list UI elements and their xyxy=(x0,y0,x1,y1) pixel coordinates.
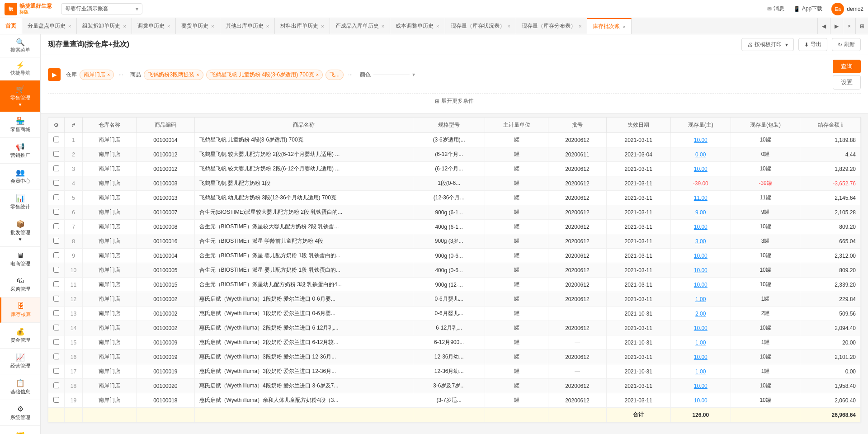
tab-product-in[interactable]: 产成品入库单历史 × xyxy=(330,18,390,34)
app-download-button[interactable]: 📱 App下载 xyxy=(793,5,822,13)
product-tag2-close[interactable]: × xyxy=(316,72,319,77)
cell-stock-main[interactable]: 2.00 xyxy=(670,307,731,321)
sidebar-quick-nav[interactable]: ⚡ 快捷导航 xyxy=(0,57,40,80)
tab-disassemble[interactable]: 组装拆卸单历史 × xyxy=(77,18,132,34)
row-checkbox[interactable] xyxy=(53,238,59,244)
tab-close-disassemble[interactable]: × xyxy=(123,24,126,29)
row-checkbox[interactable] xyxy=(53,310,59,316)
sidebar-item-inventory[interactable]: 🗄 库存核算 xyxy=(0,297,40,323)
cell-stock-main[interactable]: -39.00 xyxy=(670,176,731,191)
cell-stock-main[interactable]: 10.00 xyxy=(670,278,731,292)
row-checkbox[interactable] xyxy=(53,252,59,258)
cell-stock-main[interactable]: 11.00 xyxy=(670,191,731,205)
sidebar-item-cooperation[interactable]: 🤝 企业协同 xyxy=(0,426,40,434)
cell-stock-main[interactable]: 10.00 xyxy=(670,263,731,278)
row-checkbox[interactable] xyxy=(53,180,59,186)
tab-close-batch[interactable]: × xyxy=(623,24,625,29)
product-more-btn[interactable]: ··· xyxy=(346,71,354,78)
tab-cost-adjust[interactable]: 成本调整单历史 × xyxy=(390,18,445,34)
warehouse-tag-close[interactable]: × xyxy=(107,72,110,77)
balance-info-icon[interactable]: ℹ xyxy=(841,122,843,128)
row-checkbox[interactable] xyxy=(53,267,59,273)
sidebar-item-basic[interactable]: 📋 基础信息 xyxy=(0,374,40,400)
sidebar-search[interactable]: 🔍 搜索菜单 xyxy=(0,34,40,57)
product-tag3[interactable]: 飞... xyxy=(326,70,344,80)
cell-stock-main[interactable]: 10.00 xyxy=(670,162,731,176)
tab-close-req[interactable]: × xyxy=(211,24,214,29)
message-button[interactable]: ✉ 消息 xyxy=(767,5,784,13)
workspace-selector[interactable]: 母婴行业演示账套 ▾ xyxy=(61,3,142,14)
tab-close-other-out[interactable]: × xyxy=(266,24,269,29)
cell-stock-main[interactable]: 9.00 xyxy=(670,205,731,220)
sidebar-item-member[interactable]: 👥 会员中心 xyxy=(0,164,40,189)
product-tag1-close[interactable]: × xyxy=(196,72,199,77)
sidebar-item-ecommerce[interactable]: 🖥 电商管理 xyxy=(0,247,40,272)
filter-expand-btn[interactable]: ▶ xyxy=(48,68,61,81)
color-dropdown-icon[interactable]: ▾ xyxy=(412,71,415,78)
user-area[interactable]: Ea demo2 xyxy=(831,3,863,15)
row-checkbox[interactable] xyxy=(53,296,59,302)
sidebar-item-retail[interactable]: 🛒 零售管理 ▼ xyxy=(0,80,40,112)
row-checkbox[interactable] xyxy=(53,223,59,229)
row-checkbox[interactable] xyxy=(53,368,59,374)
sidebar-item-system[interactable]: ⚙ 系统管理 xyxy=(0,400,40,426)
cell-stock-main[interactable]: 10.00 xyxy=(670,321,731,335)
tab-close-split[interactable]: × xyxy=(68,24,71,29)
tab-menu-btn[interactable]: ⊞ xyxy=(855,18,868,34)
tab-close-cost[interactable]: × xyxy=(436,24,439,29)
row-checkbox[interactable] xyxy=(53,151,59,157)
cell-stock-main[interactable]: 10.00 xyxy=(670,379,731,393)
tab-close-mix[interactable]: × xyxy=(167,24,170,29)
sidebar-item-operations[interactable]: 📈 经营管理 xyxy=(0,349,40,374)
tab-batch-ledger[interactable]: 库存批次账 × xyxy=(587,18,631,34)
row-checkbox[interactable] xyxy=(53,354,59,359)
warehouse-more-btn[interactable]: ··· xyxy=(117,71,125,78)
cell-stock-main[interactable]: 1.00 xyxy=(670,364,731,379)
tab-close-prod-in[interactable]: × xyxy=(382,24,384,29)
cell-stock-main[interactable]: 10.00 xyxy=(670,249,731,263)
row-checkbox[interactable] xyxy=(53,325,59,330)
tab-close-inv-status[interactable]: × xyxy=(508,24,510,29)
cell-stock-main[interactable]: 10.00 xyxy=(670,133,731,147)
row-checkbox[interactable] xyxy=(53,194,59,200)
th-settings[interactable]: ⚙ xyxy=(48,118,65,133)
cell-stock-main[interactable]: 1.00 xyxy=(670,335,731,350)
sidebar-item-marketing[interactable]: 📢 营销推广 xyxy=(0,138,40,164)
product-tag2[interactable]: 飞鹤星飞帆 儿童奶粉 4段(3-6岁适用) 700克 × xyxy=(206,70,323,80)
warehouse-tag[interactable]: 南岸门店 × xyxy=(80,70,114,80)
row-checkbox[interactable] xyxy=(53,281,59,287)
tab-close-inv-dist[interactable]: × xyxy=(579,24,581,29)
row-checkbox[interactable] xyxy=(53,397,59,403)
tab-requisition[interactable]: 要货单历史 × xyxy=(176,18,220,34)
row-checkbox[interactable] xyxy=(53,339,59,345)
row-checkbox[interactable] xyxy=(53,165,59,171)
cell-stock-main[interactable]: 1.00 xyxy=(670,292,731,307)
print-button[interactable]: 🖨 按模板打印 ▾ xyxy=(741,38,794,51)
sidebar-item-wholesale[interactable]: 📦 批发管理 ▼ xyxy=(0,215,40,247)
tab-material-out[interactable]: 材料出库单历史 × xyxy=(275,18,330,34)
filter-more-btn[interactable]: ⊞ 展开更多条件 xyxy=(429,95,479,107)
cell-stock-main[interactable]: 10.00 xyxy=(670,350,731,364)
tab-inv-status[interactable]: 现存量（库存状况表） × xyxy=(445,18,516,34)
row-checkbox[interactable] xyxy=(53,137,59,142)
sidebar-item-retail-stats[interactable]: 📊 零售统计 xyxy=(0,189,40,215)
cell-stock-main[interactable]: 10.00 xyxy=(670,393,731,408)
tab-close-mat-out[interactable]: × xyxy=(321,24,324,29)
tab-other-out[interactable]: 其他出库单历史 × xyxy=(220,18,275,34)
row-checkbox[interactable] xyxy=(53,209,59,215)
query-button[interactable]: 查询 xyxy=(833,60,861,73)
settings-button[interactable]: 设置 xyxy=(833,75,861,90)
tab-home[interactable]: 首页 xyxy=(0,18,22,34)
tab-mix[interactable]: 调拨单历史 × xyxy=(132,18,176,34)
cell-stock-main[interactable]: 3.00 xyxy=(670,234,731,249)
product-tag1[interactable]: 飞鹤奶粉3段两提装 × xyxy=(144,70,203,80)
sidebar-item-retail-store[interactable]: 🏪 零售商城 xyxy=(0,112,40,138)
row-checkbox[interactable] xyxy=(53,382,59,388)
sidebar-item-finance[interactable]: 💰 资金管理 xyxy=(0,323,40,349)
cell-stock-main[interactable]: 0.00 xyxy=(670,147,731,162)
tab-split-history[interactable]: 分量盘点单历史 × xyxy=(22,18,77,34)
tab-next-btn[interactable]: ▶ xyxy=(830,18,843,34)
tab-close-all-btn[interactable]: × xyxy=(843,18,855,34)
export-button[interactable]: ⬇ 导出 xyxy=(798,38,827,51)
refresh-button[interactable]: ↻ 刷新 xyxy=(832,38,861,51)
